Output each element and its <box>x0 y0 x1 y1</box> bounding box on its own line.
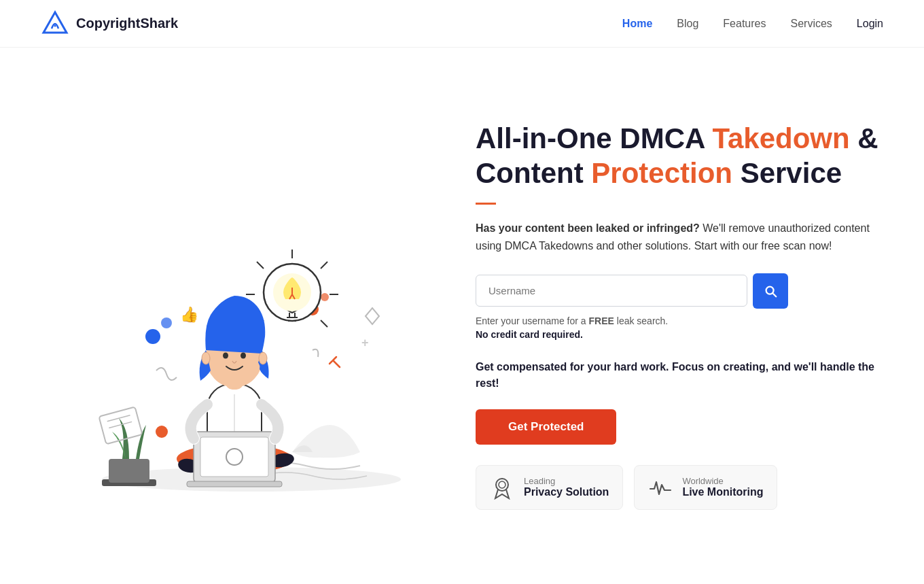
badge-monitoring: Worldwide Live Monitoring <box>634 465 777 510</box>
heading-part1: All-in-One DMCA <box>476 122 712 154</box>
heading-highlight2: Protection <box>591 157 732 189</box>
search-button[interactable] <box>753 273 788 309</box>
svg-point-3 <box>145 329 160 344</box>
svg-point-4 <box>161 317 172 328</box>
badge-monitoring-text: Worldwide Live Monitoring <box>682 476 763 498</box>
svg-rect-9 <box>109 459 149 483</box>
svg-point-6 <box>321 293 329 301</box>
badge-privacy-text: Leading Privacy Solution <box>524 476 609 498</box>
svg-line-19 <box>321 262 327 269</box>
search-hint-free: FREE <box>589 315 614 326</box>
search-hint-prefix: Enter your username for a <box>476 315 589 326</box>
svg-point-45 <box>499 481 505 488</box>
badge-monitoring-top: Worldwide <box>682 476 763 486</box>
svg-point-38 <box>223 352 228 358</box>
logo-icon <box>41 10 69 38</box>
nav-blog[interactable]: Blog <box>677 18 698 30</box>
svg-point-41 <box>259 352 267 364</box>
logo[interactable]: CopyrightShark <box>41 10 178 38</box>
search-icon <box>763 284 778 298</box>
svg-point-39 <box>241 352 246 358</box>
svg-rect-10 <box>99 407 142 444</box>
svg-point-44 <box>496 479 508 491</box>
nav-services[interactable]: Services <box>790 18 832 30</box>
svg-text:+: + <box>361 336 369 349</box>
svg-rect-33 <box>200 437 268 477</box>
award-icon <box>490 475 514 500</box>
get-protected-button[interactable]: Get Protected <box>476 409 616 445</box>
search-hint-suffix: leak search. <box>614 315 668 326</box>
logo-text: CopyrightShark <box>76 16 178 31</box>
search-hint: Enter your username for a FREE leak sear… <box>476 315 883 326</box>
main-nav: Home Blog Features Services Login <box>622 18 883 30</box>
svg-line-12 <box>109 422 132 428</box>
hero-description: Has your content been leaked or infringe… <box>476 220 883 256</box>
svg-marker-0 <box>43 12 67 33</box>
svg-line-11 <box>107 415 130 421</box>
illustration-column: 👍 + <box>41 126 435 506</box>
search-row <box>476 273 883 309</box>
nav-home[interactable]: Home <box>622 18 652 30</box>
main-content: 👍 + All-in-One DMCA Takedown & Content P… <box>0 48 924 584</box>
heading-part3: Service <box>732 157 842 189</box>
desc-bold: Has your content been leaked or infringe… <box>476 222 700 234</box>
hero-content: All-in-One DMCA Takedown & Content Prote… <box>462 122 883 510</box>
main-heading: All-in-One DMCA Takedown & Content Prote… <box>476 122 883 190</box>
no-cc-text: No credit card required. <box>476 329 883 340</box>
nav-login[interactable]: Login <box>857 18 883 30</box>
badge-privacy-main: Privacy Solution <box>524 486 609 498</box>
cta-description: Get compensated for your hard work. Focu… <box>476 359 883 392</box>
nav-features[interactable]: Features <box>723 18 766 30</box>
site-header: CopyrightShark Home Blog Features Servic… <box>0 0 924 48</box>
heading-highlight1: Takedown <box>712 122 849 154</box>
accent-divider <box>476 203 496 205</box>
hero-illustration: 👍 + <box>48 126 428 506</box>
badge-privacy-top: Leading <box>524 476 609 486</box>
badge-monitoring-main: Live Monitoring <box>682 486 763 498</box>
feature-badges: Leading Privacy Solution Worldwide Live … <box>476 465 883 510</box>
svg-point-40 <box>202 352 210 364</box>
svg-line-22 <box>321 320 327 327</box>
badge-privacy: Leading Privacy Solution <box>476 465 623 510</box>
svg-text:👍: 👍 <box>180 305 199 324</box>
username-input[interactable] <box>476 275 747 307</box>
activity-icon <box>648 475 673 500</box>
svg-point-7 <box>156 426 168 438</box>
svg-point-1 <box>54 24 56 27</box>
svg-line-17 <box>257 262 264 269</box>
svg-rect-35 <box>187 481 282 487</box>
